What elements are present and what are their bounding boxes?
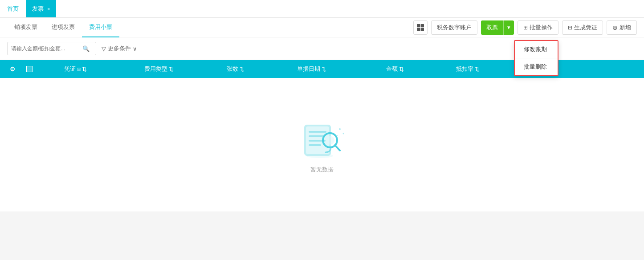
sort-arrows-expense[interactable]: ⇅ — [169, 66, 174, 73]
chevron-down-icon: ∨ — [133, 45, 137, 52]
batch-icon: ⊞ — [523, 24, 528, 31]
sub-navigation: 销项发票 进项发票 费用小票 税务数字账户 取票 — [0, 18, 644, 37]
batch-operation-dropdown: 修改账期 批量删除 — [514, 40, 558, 76]
empty-illustration — [295, 116, 349, 160]
take-ticket-main[interactable]: 取票 — [481, 20, 503, 35]
new-add-button[interactable]: ⊕ 新增 — [607, 20, 637, 35]
qrcode-button[interactable] — [413, 20, 428, 35]
tab-purchase-invoice[interactable]: 进项发票 — [45, 18, 82, 37]
voucher-icon: ⊟ — [568, 24, 572, 31]
svg-rect-6 — [309, 144, 321, 146]
svg-point-10 — [339, 128, 341, 130]
empty-state: 暂无数据 — [0, 78, 644, 211]
empty-text: 暂无数据 — [310, 166, 334, 174]
th-deduct-rate[interactable]: 抵扣率 ⇅ — [433, 65, 502, 73]
sort-arrows-amount[interactable]: ⇅ — [399, 66, 404, 73]
generate-voucher-button[interactable]: ⊟ 生成凭证 — [562, 20, 603, 35]
dropdown-item-batch-delete[interactable]: 批量删除 — [515, 58, 558, 75]
top-navigation: 首页 发票 × — [0, 0, 644, 18]
batch-operation-wrapper: ⊞ 批量操作 修改账期 批量删除 — [518, 20, 558, 35]
nav-home[interactable]: 首页 — [0, 0, 26, 17]
svg-point-11 — [343, 133, 344, 134]
search-icon[interactable]: 🔍 — [82, 45, 90, 52]
dropdown-item-modify-period[interactable]: 修改账期 — [515, 41, 558, 58]
th-voucher[interactable]: 凭证 ⊟ ⇅ — [37, 65, 114, 73]
th-settings[interactable]: ⚙ — [4, 65, 21, 73]
plus-icon: ⊕ — [612, 24, 618, 31]
take-ticket-arrow[interactable]: ▾ — [503, 20, 514, 35]
svg-point-12 — [337, 135, 338, 136]
tab-close-button[interactable]: × — [47, 6, 50, 12]
settings-icon[interactable]: ⚙ — [10, 65, 16, 73]
th-amount[interactable]: 金额 ⇅ — [357, 65, 433, 73]
filter-attach-icon: ⊟ — [77, 67, 81, 72]
tab-sales-invoice[interactable]: 销项发票 — [7, 18, 45, 37]
th-checkbox[interactable] — [21, 66, 37, 72]
search-input[interactable] — [11, 45, 82, 52]
tab-expense-ticket[interactable]: 费用小票 — [82, 18, 119, 37]
filter-icon: ▽ — [102, 45, 106, 52]
more-filter-button[interactable]: ▽ 更多条件 ∨ — [102, 45, 137, 53]
batch-operation-button[interactable]: ⊞ 批量操作 — [518, 20, 558, 35]
chevron-down-icon: ▾ — [507, 24, 510, 31]
qrcode-icon — [417, 24, 424, 31]
svg-point-8 — [326, 136, 334, 145]
nav-tab-label: 发票 — [32, 5, 44, 13]
svg-rect-3 — [309, 131, 326, 133]
sort-arrows-count[interactable]: ⇅ — [240, 66, 245, 73]
take-ticket-button[interactable]: 取票 ▾ — [481, 20, 514, 35]
th-date[interactable]: 单据日期 ⇅ — [266, 65, 357, 73]
tax-account-button[interactable]: 税务数字账户 — [431, 20, 477, 35]
toolbar-right: 税务数字账户 取票 ▾ ⊞ 批量操作 修改账期 批量删除 ⊟ — [413, 20, 637, 35]
sub-nav-tabs: 销项发票 进项发票 费用小票 — [7, 18, 119, 37]
sort-arrows-deduct-rate[interactable]: ⇅ — [475, 66, 480, 73]
th-expense-type[interactable]: 费用类型 ⇅ — [114, 65, 204, 73]
select-all-checkbox[interactable] — [26, 66, 33, 72]
svg-line-9 — [335, 145, 340, 150]
nav-tab-invoice[interactable]: 发票 × — [26, 0, 56, 17]
svg-rect-4 — [309, 135, 324, 137]
sort-icon-voucher: ⊟ — [77, 67, 81, 72]
sort-arrows-date[interactable]: ⇅ — [322, 66, 326, 73]
sort-arrows-voucher[interactable]: ⇅ — [82, 66, 87, 73]
th-count[interactable]: 张数 ⇅ — [204, 65, 266, 73]
search-input-wrap[interactable]: 🔍 — [7, 42, 96, 55]
